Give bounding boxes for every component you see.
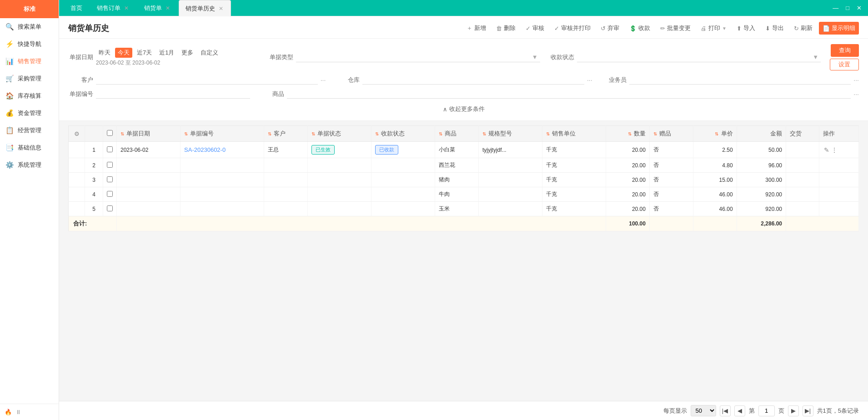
- date-tab-7days[interactable]: 近7天: [134, 48, 155, 58]
- col-date[interactable]: ⇅ 单据日期: [117, 126, 181, 142]
- sidebar-item-inventory[interactable]: 🏠 库存核算: [0, 87, 59, 105]
- salesperson-input[interactable]: [629, 75, 851, 85]
- sidebar-item-operations[interactable]: 📋 经营管理: [0, 122, 59, 139]
- page-next-button[interactable]: ▶: [788, 405, 799, 416]
- audit-print-icon: ✓: [554, 25, 559, 32]
- col-doc-status[interactable]: ⇅ 单据状态: [307, 126, 371, 142]
- row-check-3[interactable]: [103, 187, 117, 202]
- col-quantity[interactable]: ⇅ 数量: [606, 126, 650, 142]
- col-gift[interactable]: ⇅ 赠品: [649, 126, 693, 142]
- sidebar-item-search-menu[interactable]: 🔍 搜索菜单: [0, 18, 59, 35]
- date-tab-yesterday[interactable]: 昨天: [96, 48, 113, 58]
- row-check-2[interactable]: [103, 173, 117, 187]
- delete-button[interactable]: 🗑 删除: [492, 22, 519, 35]
- sidebar-fire-icon[interactable]: 🔥: [5, 409, 12, 415]
- doc-type-select[interactable]: ▼: [296, 52, 540, 62]
- page-prev-button[interactable]: ◀: [734, 405, 745, 416]
- row-checkbox-3[interactable]: [107, 191, 113, 197]
- row-check-4[interactable]: [103, 202, 117, 216]
- collect-label: 收款: [638, 24, 650, 32]
- date-tab-1month[interactable]: 近1月: [156, 48, 177, 58]
- select-all-checkbox[interactable]: [107, 130, 113, 136]
- export-button[interactable]: ⬇ 导出: [762, 22, 788, 35]
- payment-status-arrow: ▼: [813, 54, 818, 60]
- row-checkbox-2[interactable]: [107, 176, 113, 182]
- sidebar-item-finance[interactable]: 💰 资金管理: [0, 105, 59, 122]
- page-last-button[interactable]: ▶|: [803, 405, 813, 416]
- print-button[interactable]: 🖨 打印 ▼: [697, 22, 730, 35]
- finance-icon: 💰: [5, 109, 14, 117]
- row-check-0[interactable]: [103, 142, 117, 158]
- refresh-button[interactable]: ↻ 刷新: [790, 22, 816, 35]
- sidebar-item-label: 经营管理: [18, 126, 41, 135]
- payment-status-select[interactable]: ▼: [577, 52, 821, 62]
- sidebar-item-purchase-mgmt[interactable]: 🛒 采购管理: [0, 70, 59, 87]
- window-maximize[interactable]: □: [844, 3, 851, 13]
- col-unit-price[interactable]: ⇅ 单价: [693, 126, 737, 142]
- collapse-button[interactable]: ∧ 收起更多条件: [68, 103, 859, 115]
- warehouse-input[interactable]: [362, 75, 584, 85]
- docno-link-0[interactable]: SA-20230602-0: [184, 146, 226, 153]
- customer-input[interactable]: [96, 75, 318, 85]
- tab-sales-history-close[interactable]: ✕: [218, 5, 224, 12]
- col-spec[interactable]: ⇅ 规格型号: [478, 126, 542, 142]
- tab-sales-order[interactable]: 销售订单 ✕: [90, 0, 136, 16]
- tab-sales-delivery[interactable]: 销货单 ✕: [137, 0, 178, 16]
- goods-input[interactable]: [287, 89, 851, 99]
- collect-button[interactable]: 💲 收款: [626, 22, 654, 35]
- page-first-button[interactable]: |◀: [720, 405, 731, 416]
- customer-ellipsis[interactable]: ···: [321, 76, 326, 84]
- row-action-3: [819, 187, 859, 202]
- row-checkbox-4[interactable]: [107, 205, 113, 211]
- query-button[interactable]: 查询: [831, 44, 859, 57]
- audit-label: 审核: [532, 24, 544, 32]
- row-check-1[interactable]: [103, 158, 117, 173]
- sidebar-item-basic-info[interactable]: 📑 基础信息: [0, 139, 59, 156]
- row-doc-status-3: [307, 187, 371, 202]
- warehouse-ellipsis[interactable]: ···: [587, 76, 592, 84]
- tab-sales-delivery-close[interactable]: ✕: [165, 5, 171, 11]
- import-button[interactable]: ⬆ 导入: [733, 22, 759, 35]
- sidebar-item-label: 销售管理: [18, 57, 41, 65]
- window-close[interactable]: ✕: [855, 3, 863, 13]
- date-tab-today[interactable]: 今天: [115, 48, 132, 58]
- tab-home[interactable]: 首页: [64, 0, 89, 16]
- per-page-select[interactable]: 50 20 100: [691, 405, 716, 416]
- row-unit-price-2: 15.00: [693, 173, 737, 187]
- date-tab-custom[interactable]: 自定义: [198, 48, 221, 58]
- goods-ellipsis[interactable]: ···: [853, 90, 859, 98]
- add-button[interactable]: ＋ 新增: [463, 22, 490, 35]
- audit-print-button[interactable]: ✓ 审核并打印: [551, 22, 594, 35]
- row-more-btn-0[interactable]: ⋮: [830, 145, 838, 155]
- page-header: 销货单历史 ＋ 新增 🗑 删除 ✓ 审核 ✓ 审核并打印 ↺ 弃审: [59, 16, 868, 39]
- window-minimize[interactable]: —: [831, 3, 840, 13]
- row-customer-2: [264, 173, 307, 187]
- tab-sales-order-close[interactable]: ✕: [123, 5, 130, 11]
- sidebar-pause-icon[interactable]: ⏸: [15, 409, 21, 415]
- sidebar-item-quick-nav[interactable]: ⚡ 快捷导航: [0, 35, 59, 53]
- filter-row-1: 单据日期 昨天 今天 近7天 近1月 更多 自定义 2023-06-02 至 2…: [68, 44, 859, 70]
- discard-button[interactable]: ↺ 弃审: [597, 22, 623, 35]
- salesperson-ellipsis[interactable]: ···: [853, 76, 859, 84]
- col-docno[interactable]: ⇅ 单据编号: [181, 126, 264, 142]
- col-payment-status[interactable]: ⇅ 收款状态: [371, 126, 435, 142]
- batch-change-button[interactable]: ✏ 批量变更: [657, 22, 694, 35]
- col-settings[interactable]: ⚙: [69, 126, 85, 142]
- audit-button[interactable]: ✓ 审核: [522, 22, 548, 35]
- sidebar-item-sales-mgmt[interactable]: 📊 销售管理: [0, 53, 59, 70]
- sidebar-item-sys-mgmt[interactable]: ⚙️ 系统管理: [0, 156, 59, 174]
- row-edit-btn-0[interactable]: ✎: [823, 145, 830, 155]
- col-sales-unit[interactable]: ⇅ 销售单位: [542, 126, 606, 142]
- col-check[interactable]: [103, 126, 117, 142]
- col-goods[interactable]: ⇅ 商品: [435, 126, 479, 142]
- show-detail-button[interactable]: 📄 显示明细: [819, 22, 859, 35]
- tab-sales-history[interactable]: 销货单历史 ✕: [179, 0, 231, 16]
- settings-button[interactable]: 设置: [830, 59, 859, 70]
- row-checkbox-0[interactable]: [107, 146, 113, 152]
- col-customer[interactable]: ⇅ 客户: [264, 126, 307, 142]
- date-tab-more[interactable]: 更多: [179, 48, 196, 58]
- settings-gear-icon[interactable]: ⚙: [74, 130, 80, 137]
- docno-input[interactable]: [96, 89, 250, 99]
- page-number-input[interactable]: [758, 405, 775, 416]
- row-checkbox-1[interactable]: [107, 162, 113, 168]
